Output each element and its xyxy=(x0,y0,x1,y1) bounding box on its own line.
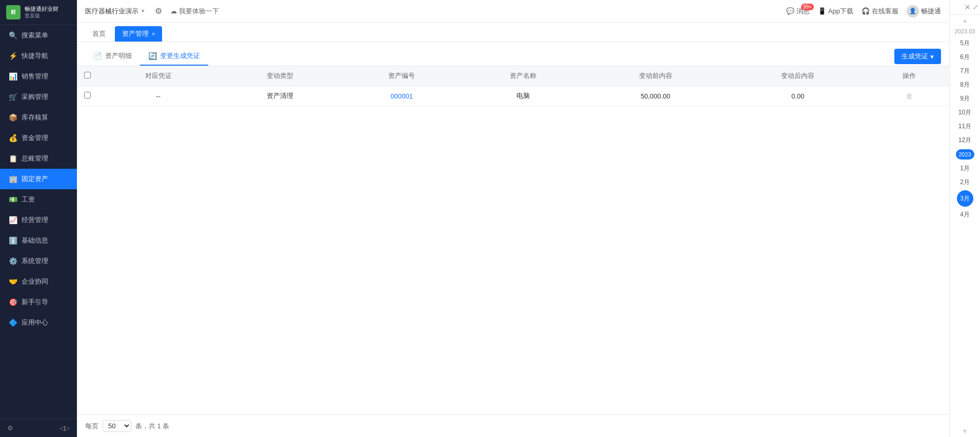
sidebar-item-basic-info[interactable]: ℹ️基础信息 xyxy=(0,230,77,251)
sidebar-item-app-center[interactable]: 🔷应用中心 xyxy=(0,312,77,333)
trial-label: 我要体验一下 xyxy=(179,7,219,16)
col-voucher: 对应凭证 xyxy=(97,66,219,86)
inner-tab-asset-detail[interactable]: 📄 资产明细 xyxy=(85,47,140,66)
month-item-8[interactable]: 8月 xyxy=(950,78,980,92)
sidebar-label-guide: 新手引导 xyxy=(22,297,48,307)
sidebar-icon-quick-nav: ⚡ xyxy=(8,52,17,60)
sidebar-label-system: 系统管理 xyxy=(22,256,48,266)
app-download-action[interactable]: 📱 App下载 xyxy=(818,7,853,16)
sidebar-item-fixed-assets[interactable]: 🏢固定资产 xyxy=(0,169,77,189)
user-action[interactable]: 👤 畅捷通 xyxy=(907,5,941,17)
dropdown-icon: ▾ xyxy=(930,53,934,61)
header-settings-icon[interactable]: ⚙ xyxy=(155,6,162,16)
delete-icon[interactable]: 🗑 xyxy=(906,92,913,100)
customer-service-label: 在线客服 xyxy=(872,7,898,16)
scroll-down-button[interactable]: ▼ xyxy=(950,426,980,437)
month-item-2[interactable]: 2月 xyxy=(950,175,980,189)
right-panel-close-icon[interactable]: ✕ xyxy=(965,3,971,11)
headset-icon: 🎧 xyxy=(862,7,870,15)
generate-voucher-label: 生成凭证 xyxy=(902,52,928,61)
generate-voucher-button[interactable]: 生成凭证 ▾ xyxy=(894,49,941,64)
inner-tab-actions: 生成凭证 ▾ xyxy=(894,49,941,64)
sidebar-toggle-icon[interactable]: ◁▷ xyxy=(59,424,70,432)
month-item-3-active[interactable]: 3月 xyxy=(957,190,973,207)
sidebar-label-cooperation: 企业协同 xyxy=(22,277,48,286)
sidebar-item-operations[interactable]: 📈经营管理 xyxy=(0,210,77,230)
sidebar-label-purchase: 采购管理 xyxy=(22,92,48,102)
cell-after-content: 0.00 xyxy=(727,86,869,106)
month-item-1[interactable]: 1月 xyxy=(950,162,980,175)
total-label: 条，共 1 条 xyxy=(135,422,169,431)
month-item-9[interactable]: 9月 xyxy=(950,92,980,106)
sidebar-label-operations: 经营管理 xyxy=(22,215,48,225)
tab-home-label: 首页 xyxy=(92,30,106,37)
change-voucher-label: 变更生成凭证 xyxy=(160,51,200,61)
cell-before-content: 50,000.00 xyxy=(584,86,727,106)
tab-close-icon[interactable]: × xyxy=(152,31,155,37)
month-item-7[interactable]: 7月 xyxy=(950,64,980,78)
sidebar-item-payroll[interactable]: 💵工资 xyxy=(0,189,77,210)
sidebar-nav: 🔍搜索菜单⚡快捷导航📊销售管理🛒采购管理📦库存核算💰资金管理📋总账管理🏢固定资产… xyxy=(0,25,77,419)
sidebar-icon-search-menu: 🔍 xyxy=(8,31,17,39)
right-panel-header: ✕ ⤢ xyxy=(950,0,980,15)
message-icon: 💬 xyxy=(786,7,794,15)
tab-home[interactable]: 首页 xyxy=(85,26,113,42)
logo-sub: 普及版 xyxy=(25,12,58,19)
sidebar-icon-purchase: 🛒 xyxy=(8,93,17,101)
month-item-6[interactable]: 6月 xyxy=(950,50,980,64)
page-size-select[interactable]: 50 10 20 100 xyxy=(103,420,131,432)
change-voucher-icon: 🔄 xyxy=(148,52,157,60)
sidebar-label-sales: 销售管理 xyxy=(22,72,48,81)
sidebar-item-system[interactable]: ⚙️系统管理 xyxy=(0,251,77,271)
sidebar-item-ledger[interactable]: 📋总账管理 xyxy=(0,148,77,169)
sidebar-item-search-menu[interactable]: 🔍搜索菜单 xyxy=(0,25,77,46)
month-item-4[interactable]: 4月 xyxy=(950,208,980,222)
cell-voucher: -- xyxy=(97,86,219,106)
sidebar-item-purchase[interactable]: 🛒采购管理 xyxy=(0,87,77,107)
messages-action[interactable]: 💬 消息 99+ xyxy=(786,7,810,16)
user-label: 畅捷通 xyxy=(921,7,941,16)
sidebar-icon-fixed-assets: 🏢 xyxy=(8,175,17,183)
top-header: 医疗器械行业演示 ▾ ⚙ ☁ 我要体验一下 💬 消息 99+ 📱 App下载 🎧… xyxy=(77,0,949,23)
sidebar-item-guide[interactable]: 🎯新手引导 xyxy=(0,292,77,312)
sidebar-label-app-center: 应用中心 xyxy=(22,318,48,327)
year-label-2023-03: 2023.03 xyxy=(950,26,980,36)
cloud-icon: ☁ xyxy=(170,7,177,15)
sidebar-label-finance: 资金管理 xyxy=(22,133,48,143)
table-wrapper: 对应凭证 变动类型 资产编号 资产名称 变动前内容 变动后内容 操作 xyxy=(77,66,949,414)
sidebar-item-sales[interactable]: 📊销售管理 xyxy=(0,66,77,87)
col-change-type: 变动类型 xyxy=(219,66,341,86)
logo-icon: 财 xyxy=(6,5,21,19)
settings-icon[interactable]: ⚙ xyxy=(7,424,13,432)
sidebar-icon-operations: 📈 xyxy=(8,216,17,224)
row-checkbox[interactable] xyxy=(84,92,91,98)
asset-detail-icon: 📄 xyxy=(93,52,102,60)
month-item-5[interactable]: 5月 xyxy=(950,36,980,50)
main-area: 医疗器械行业演示 ▾ ⚙ ☁ 我要体验一下 💬 消息 99+ 📱 App下载 🎧… xyxy=(77,0,949,437)
cell-asset-name: 电脑 xyxy=(463,86,584,106)
right-panel-expand-icon[interactable]: ⤢ xyxy=(973,4,978,11)
sidebar-item-cooperation[interactable]: 🤝企业协同 xyxy=(0,271,77,292)
download-icon: 📱 xyxy=(818,7,826,15)
year-month-list: 2023.03 5月 6月 7月 8月 9月 10月 11月 12月 2023 … xyxy=(950,26,980,426)
sidebar-item-finance[interactable]: 💰资金管理 xyxy=(0,128,77,148)
sidebar: 财 畅捷通好业财 普及版 🔍搜索菜单⚡快捷导航📊销售管理🛒采购管理📦库存核算💰资… xyxy=(0,0,77,437)
select-all-checkbox[interactable] xyxy=(84,72,91,78)
sidebar-bottom: ⚙ ◁▷ xyxy=(0,419,77,437)
inner-tab-change-voucher[interactable]: 🔄 变更生成凭证 xyxy=(140,47,208,66)
tab-asset-mgmt[interactable]: 资产管理 × xyxy=(115,26,162,42)
sidebar-label-search-menu: 搜索菜单 xyxy=(22,31,48,40)
logo-text: 畅捷通好业财 xyxy=(25,5,58,12)
month-item-11[interactable]: 11月 xyxy=(950,120,980,133)
sidebar-item-quick-nav[interactable]: ⚡快捷导航 xyxy=(0,46,77,66)
customer-service-action[interactable]: 🎧 在线客服 xyxy=(862,7,898,16)
header-right: 💬 消息 99+ 📱 App下载 🎧 在线客服 👤 畅捷通 xyxy=(786,5,941,17)
sidebar-item-inventory[interactable]: 📦库存核算 xyxy=(0,107,77,128)
trial-button[interactable]: ☁ 我要体验一下 xyxy=(170,7,219,16)
month-item-10[interactable]: 10月 xyxy=(950,106,980,120)
company-selector[interactable]: 医疗器械行业演示 ▾ xyxy=(85,7,145,16)
month-item-12[interactable]: 12月 xyxy=(950,133,980,147)
nav-tabs: 首页 资产管理 × xyxy=(77,23,949,42)
scroll-up-button[interactable]: ▲ xyxy=(950,15,980,26)
asset-detail-label: 资产明细 xyxy=(105,51,132,61)
